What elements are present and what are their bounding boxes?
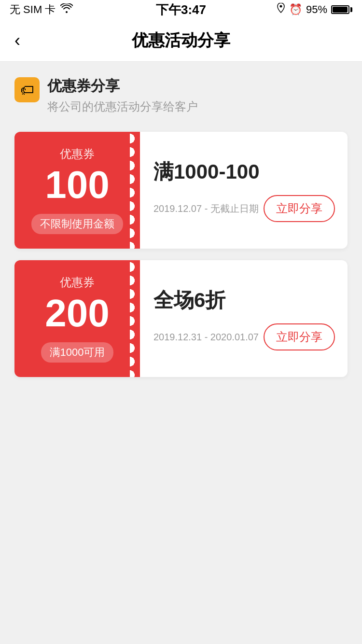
section-title: 优惠券分享 (47, 76, 198, 96)
status-bar: 无 SIM 卡 下午3:47 ⏰ 95% (0, 0, 362, 19)
section-header: 🏷 优惠券分享 将公司的优惠活动分享给客户 (0, 62, 362, 122)
status-left: 无 SIM 卡 (10, 2, 73, 17)
back-button[interactable]: ‹ (14, 32, 20, 49)
nav-title: 优惠活动分享 (132, 29, 230, 52)
share-button-1[interactable]: 立即分享 (264, 195, 335, 222)
coupon-amount-2: 200 (45, 294, 109, 333)
status-right: ⏰ 95% (277, 3, 352, 16)
empty-area (0, 387, 362, 628)
coupon-date-1: 2019.12.07 - 无截止日期 (153, 202, 259, 215)
location-icon (277, 3, 285, 16)
coupon-right-2: 全场6折 2019.12.31 - 2020.01.07 立即分享 (140, 260, 348, 377)
coupon-card-1: 优惠券 100 不限制使用金额 满1000-100 2019.12.07 - 无… (14, 132, 348, 249)
battery-icon (331, 5, 352, 14)
coupon-left-1: 优惠券 100 不限制使用金额 (14, 132, 140, 249)
coupon-date-2: 2019.12.31 - 2020.01.07 (153, 332, 259, 343)
nav-bar: ‹ 优惠活动分享 (0, 19, 362, 62)
coupon-amount-1: 100 (45, 166, 109, 204)
status-time: 下午3:47 (156, 1, 206, 18)
section-subtitle: 将公司的优惠活动分享给客户 (47, 99, 198, 114)
coupon-meta-row-2: 2019.12.31 - 2020.01.07 立即分享 (153, 323, 334, 350)
coupon-name-1: 满1000-100 (153, 158, 334, 185)
battery-percent: 95% (306, 3, 327, 16)
section-text-group: 优惠券分享 将公司的优惠活动分享给客户 (47, 76, 198, 114)
coupon-name-2: 全场6折 (153, 287, 334, 314)
coupon-right-1: 满1000-100 2019.12.07 - 无截止日期 立即分享 (140, 132, 348, 249)
coupon-condition-2: 满1000可用 (41, 342, 114, 363)
coupon-left-2: 优惠券 200 满1000可用 (14, 260, 140, 377)
svg-point-0 (279, 5, 282, 8)
wifi-icon (60, 3, 73, 16)
coupon-meta-row-1: 2019.12.07 - 无截止日期 立即分享 (153, 195, 334, 222)
carrier-text: 无 SIM 卡 (10, 2, 56, 17)
coupon-section-icon: 🏷 (14, 77, 40, 102)
coupon-card-2: 优惠券 200 满1000可用 全场6折 2019.12.31 - 2020.0… (14, 260, 348, 377)
alarm-icon: ⏰ (289, 3, 302, 16)
share-button-2[interactable]: 立即分享 (264, 323, 335, 350)
coupon-label-1: 优惠券 (60, 146, 95, 162)
coupon-label-2: 优惠券 (60, 275, 95, 290)
coupon-condition-1: 不限制使用金额 (31, 214, 123, 234)
coupon-list: 优惠券 100 不限制使用金额 满1000-100 2019.12.07 - 无… (0, 122, 362, 387)
